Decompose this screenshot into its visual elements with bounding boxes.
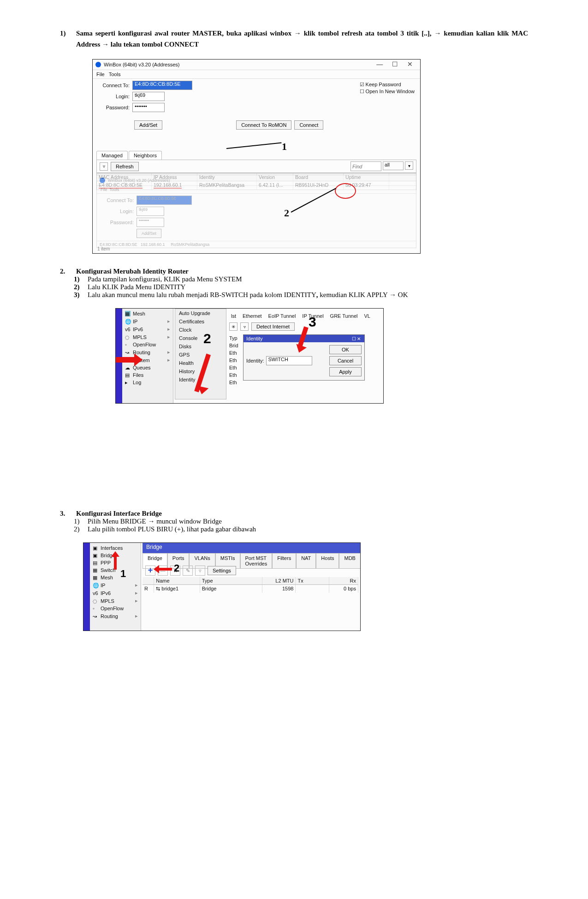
identity-input[interactable]: SWITCH: [266, 356, 312, 365]
ghost-panel: WinBox (64bit) v3.20 (Addresses) File To…: [96, 175, 416, 248]
menu-files-label: Files: [133, 372, 143, 378]
tab-managed[interactable]: Managed: [96, 151, 128, 160]
col-rx[interactable]: Rx: [329, 577, 358, 584]
right-options: ☑ Keep Password ☐ Open In New Window: [360, 82, 415, 95]
menu-openflow[interactable]: ◦OpenFlow: [122, 341, 173, 348]
input-password[interactable]: •••••••: [132, 103, 165, 112]
s2-i3-c: OK: [398, 291, 408, 298]
menu-routing[interactable]: ↝Routing▸: [90, 612, 141, 620]
tab-filters[interactable]: Filters: [272, 553, 296, 569]
step1-d: lalu tekan tombol CONNECT: [111, 41, 199, 48]
menu-interfaces[interactable]: ▣Interfaces: [90, 544, 141, 552]
window-controls[interactable]: — ☐ ✕: [376, 60, 416, 68]
window-title: WinBox (64bit) v3.20 (Addresses): [104, 62, 179, 67]
row-password: Password: •••••••: [97, 103, 420, 112]
find-scope[interactable]: all: [383, 161, 404, 170]
tab-eoip[interactable]: EoIP Tunnel: [267, 312, 298, 320]
arrow-icon: →: [294, 30, 301, 37]
btn-cancel[interactable]: Cancel: [329, 356, 362, 365]
tab-neighbors[interactable]: Neighbors: [129, 151, 162, 160]
menu-ipv6[interactable]: v6IPv6▸: [122, 325, 173, 333]
submenu-auto-upgrade[interactable]: Auto Upgrade: [175, 309, 226, 317]
find-input[interactable]: [350, 161, 381, 171]
submenu-disks[interactable]: Disks: [175, 342, 226, 351]
step1: 1) Sama seperti konfigurasi awal router …: [60, 28, 528, 50]
menu-mesh[interactable]: ▦Mesh: [90, 574, 141, 581]
menu-files[interactable]: ▤Files: [122, 371, 173, 379]
input-connect-to[interactable]: E4:8D:8C:CB:8D:5E: [132, 81, 192, 90]
menu-ppp-label: PPP: [101, 560, 111, 566]
menu-routing[interactable]: ↝Routing▸: [122, 348, 173, 356]
submenu-clock[interactable]: Clock: [175, 326, 226, 334]
s2-i1-num: 1): [74, 275, 88, 283]
filter-icon[interactable]: ▿: [240, 322, 249, 331]
submenu-gps[interactable]: GPS: [175, 351, 226, 359]
menu-log-label: Log: [133, 380, 141, 385]
col-tx[interactable]: Tx: [296, 577, 329, 584]
input-login[interactable]: tkj69: [132, 92, 165, 101]
btn-connect[interactable]: Connect: [294, 120, 323, 130]
menu-ip[interactable]: 🌐IP▸: [90, 581, 141, 589]
menu-queues[interactable]: ☁Queues: [122, 364, 173, 371]
tab-mdb[interactable]: MDB: [339, 553, 360, 569]
neighbor-toolbar: ▿ Refresh all ▾: [96, 160, 416, 173]
menu-ip-label: IP: [133, 319, 137, 324]
btn-apply[interactable]: Apply: [329, 367, 362, 376]
tab-vlan[interactable]: VL: [362, 312, 372, 320]
tab-port-mst[interactable]: Port MST Overrides: [240, 553, 273, 569]
btn-refresh[interactable]: Refresh: [111, 162, 139, 171]
menu-openflow[interactable]: ◦OpenFlow: [90, 605, 141, 612]
menu-mesh[interactable]: ▦Mesh: [122, 310, 173, 317]
btn-detect-internet[interactable]: Detect Internet: [251, 322, 295, 331]
menu-ip[interactable]: 🌐IP▸: [122, 317, 173, 325]
ghost-addset: Add/Set: [137, 229, 161, 238]
menu-file[interactable]: File: [96, 71, 105, 77]
tab-gre[interactable]: GRE Tunnel: [328, 312, 360, 320]
table-row[interactable]: R ⇆ bridge1 Bridge 1598 0 bps: [143, 585, 358, 593]
col-l2mtu[interactable]: L2 MTU: [262, 577, 296, 584]
menu-mpls[interactable]: ◌MPLS▸: [122, 333, 173, 341]
ghost-ip: 192.168.60.1: [141, 242, 165, 247]
eth-row: Eth: [229, 357, 238, 364]
ghost-tools: Tools: [109, 187, 119, 192]
s2-i2-num: 2): [74, 283, 88, 291]
btn-settings[interactable]: Settings: [208, 566, 236, 575]
submenu-console[interactable]: Console: [175, 334, 226, 342]
btn-comment-icon[interactable]: ✎: [183, 566, 193, 576]
filter-icon[interactable]: ▿: [100, 162, 108, 171]
menu-log[interactable]: ▸Log: [122, 379, 173, 386]
menu-tools[interactable]: Tools: [109, 71, 121, 77]
s2-i3-text: Lalu akan muncul menu lalu rubah menjadi…: [88, 291, 528, 299]
col-type[interactable]: Type: [200, 577, 263, 584]
filter-icon[interactable]: ▿: [195, 566, 205, 576]
ghost-lbl-pass: Password:: [101, 220, 134, 225]
tab-ethernet[interactable]: Ethernet: [241, 312, 264, 320]
section2-head: 2. Konfigurasi Merubah Identity Router: [60, 268, 528, 275]
col-name[interactable]: Name: [154, 577, 200, 584]
btn-add-set[interactable]: Add/Set: [134, 120, 162, 130]
chk-new-window[interactable]: ☐ Open In New Window: [360, 89, 415, 95]
dropdown-icon[interactable]: ▾: [405, 161, 413, 170]
section3: 3. Konfigurasi Interface Bridge 1) Pilih…: [60, 510, 528, 533]
submenu-health[interactable]: Health: [175, 359, 226, 367]
menu-ipv6[interactable]: v6IPv6▸: [90, 589, 141, 597]
chk-keep-password[interactable]: ☑ Keep Password: [360, 82, 415, 88]
menu-mpls[interactable]: ◌MPLS▸: [90, 597, 141, 605]
tab-list[interactable]: lst: [229, 312, 238, 320]
star-icon[interactable]: ✳: [229, 322, 238, 331]
btn-ok[interactable]: OK: [329, 345, 362, 354]
submenu-certificates[interactable]: Certificates: [175, 317, 226, 326]
s3-item2: 2) Lalu pilih tombol PLUS BIRU (+), liha…: [74, 525, 528, 533]
dialog-window-controls[interactable]: ☐✕: [352, 336, 362, 341]
ghost-id: RoSMKPelitaBangsa: [171, 242, 209, 247]
identity-dialog-buttons: OK Cancel Apply: [329, 345, 362, 376]
step1-a: Sama seperti konfigurasi awal router MAS…: [76, 30, 294, 37]
label-login: Login:: [97, 94, 130, 99]
label-password: Password:: [97, 105, 130, 110]
tab-hosts[interactable]: Hosts: [316, 553, 339, 569]
section3-num: 3.: [60, 510, 76, 518]
big-callout-2: 2: [203, 331, 211, 346]
btn-connect-romon[interactable]: Connect To RoMON: [236, 120, 291, 130]
tab-nat[interactable]: NAT: [296, 553, 316, 569]
document-page: 1) Sama seperti konfigurasi awal router …: [0, 0, 588, 682]
